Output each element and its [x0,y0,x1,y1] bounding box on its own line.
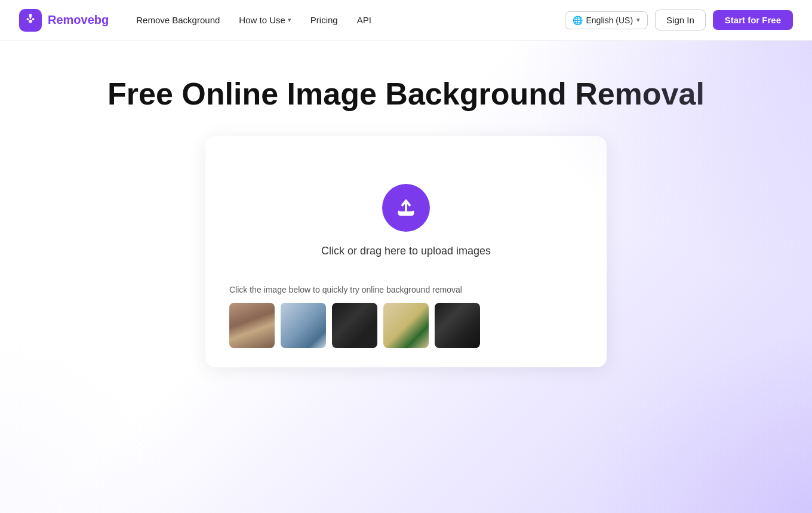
start-for-free-button[interactable]: Start for Free [713,10,793,30]
sample-section: Click the image below to quickly try onl… [229,285,583,348]
language-selector[interactable]: 🌐 English (US) ▾ [565,11,648,29]
blob-bottom-left [0,334,179,513]
logo-svg [24,14,37,27]
logo-icon [19,9,42,32]
sample-image-person[interactable] [229,303,275,348]
how-to-use-chevron-icon: ▾ [288,16,291,24]
hero-section: Free Online Image Background Removal Cli… [0,41,812,513]
nav-api[interactable]: API [349,10,380,30]
blob-bottom-right [573,334,812,513]
lang-chevron-icon: ▾ [636,16,640,24]
sample-label: Click the image below to quickly try onl… [229,285,583,294]
nav-right: 🌐 English (US) ▾ Sign In Start for Free [565,10,793,30]
nav-how-to-use[interactable]: How to Use ▾ [230,10,300,30]
upload-card: Click or drag here to upload images Clic… [205,136,607,367]
navbar: Removebg Remove Background How to Use ▾ … [0,0,812,41]
upload-area[interactable]: Click or drag here to upload images [229,160,583,275]
sample-image-plant[interactable] [383,303,429,348]
logo[interactable]: Removebg [19,9,109,32]
sample-image-jacket[interactable] [435,303,480,348]
nav-pricing[interactable]: Pricing [302,10,346,30]
globe-icon: 🌐 [573,16,583,25]
sample-images [229,303,583,348]
upload-arrow-icon [395,197,417,219]
signin-button[interactable]: Sign In [655,10,706,30]
upload-icon-circle[interactable] [382,184,430,232]
upload-label: Click or drag here to upload images [321,245,491,257]
nav-remove-background[interactable]: Remove Background [128,10,228,30]
sample-image-camera[interactable] [332,303,377,348]
hero-title: Free Online Image Background Removal [107,76,705,112]
sample-image-chair[interactable] [281,303,326,348]
logo-text: Removebg [48,13,109,27]
nav-links: Remove Background How to Use ▾ Pricing A… [128,10,564,30]
